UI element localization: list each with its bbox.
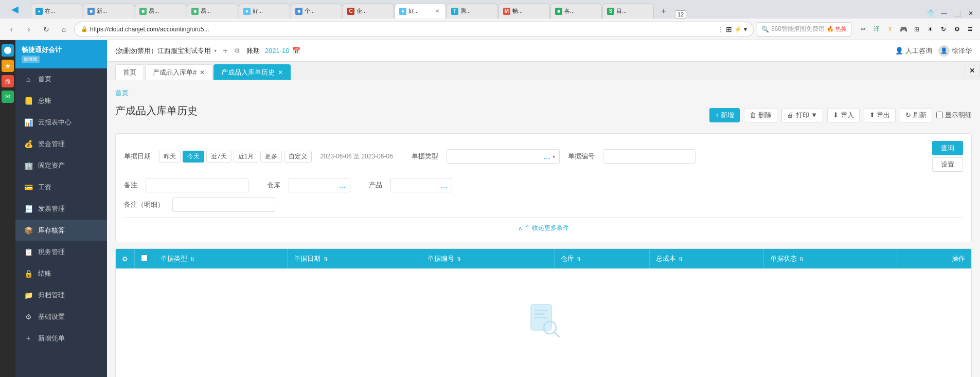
refresh-ext-icon[interactable]: ↻ bbox=[938, 24, 949, 35]
tab-close-8[interactable]: ✕ bbox=[433, 7, 441, 15]
date-btn-7days[interactable]: 近7天 bbox=[206, 151, 231, 163]
col-header-warehouse[interactable]: 仓库 ⇅ bbox=[554, 249, 649, 268]
calendar-icon[interactable]: 📅 bbox=[292, 47, 300, 55]
type-filter-select[interactable]: ... ▾ bbox=[447, 149, 560, 164]
ai-consult-button[interactable]: 👤 人工咨询 bbox=[895, 46, 932, 56]
maximize-button[interactable]: ⬜ bbox=[952, 8, 963, 19]
date-btn-today[interactable]: 今天 bbox=[183, 151, 204, 163]
date-btn-1month[interactable]: 近1月 bbox=[234, 151, 259, 163]
display-detail-checkbox[interactable] bbox=[936, 112, 943, 118]
sidebar-item-invoice[interactable]: 🧾 发票管理 bbox=[15, 198, 107, 220]
col-header-date[interactable]: 单据日期 ⇅ bbox=[288, 249, 421, 268]
reload-button[interactable]: ↻ bbox=[39, 22, 54, 37]
select-all-checkbox[interactable] bbox=[141, 255, 148, 261]
sidebar-item-archive[interactable]: 📁 归档管理 bbox=[15, 284, 107, 306]
home-button[interactable]: ⌂ bbox=[57, 22, 71, 37]
sidebar-item-tax[interactable]: 📋 税务管理 bbox=[15, 241, 107, 263]
sidebar-icon-app[interactable] bbox=[2, 44, 14, 57]
tab-inactive-7[interactable]: C 企... bbox=[343, 3, 394, 19]
sidebar-item-assets[interactable]: 🏢 固定资产 bbox=[15, 155, 107, 176]
note-filter-input[interactable] bbox=[146, 178, 248, 192]
date-btn-yesterday[interactable]: 昨天 bbox=[159, 151, 181, 163]
tab-homepage[interactable]: 首页 bbox=[115, 64, 144, 80]
shirt-icon[interactable]: 👕 bbox=[925, 8, 936, 19]
url-bar[interactable]: 🔒 https://cloud.chanjet.com/accounting/u… bbox=[74, 22, 754, 37]
user-profile[interactable]: 👤 徐泽华 bbox=[938, 45, 972, 57]
url-apps-icon[interactable]: ⊞ bbox=[726, 25, 732, 33]
order-filter-input[interactable] bbox=[603, 149, 696, 164]
tab-inactive-6[interactable]: ■ 个... bbox=[291, 3, 342, 19]
forward-button[interactable]: › bbox=[22, 22, 36, 37]
export-button[interactable]: ⬆ 导出 bbox=[864, 108, 896, 122]
tab-inactive-3[interactable]: ■ 易... bbox=[135, 3, 186, 19]
sidebar-item-settings[interactable]: ⚙ 基础设置 bbox=[15, 306, 107, 328]
sidebar-icon-weibo[interactable]: 微 bbox=[2, 75, 14, 87]
sidebar-item-payroll[interactable]: 💳 工资 bbox=[15, 176, 107, 198]
sidebar-item-ledger[interactable]: 📒 总账 bbox=[15, 90, 107, 112]
browser-back-icon[interactable]: ◀ bbox=[10, 4, 20, 14]
panel-close-button[interactable]: ✕ bbox=[965, 64, 980, 77]
url-menu-icon[interactable]: ⋮ bbox=[718, 26, 724, 33]
col-header-settings[interactable]: ⚙ bbox=[116, 249, 135, 268]
add-button[interactable]: + 新增 bbox=[709, 108, 740, 122]
col-header-number[interactable]: 单据编号 ⇅ bbox=[421, 249, 554, 268]
theme-icon[interactable]: ☀ bbox=[924, 24, 936, 35]
sidebar-icon-email[interactable]: ✉ bbox=[2, 91, 14, 103]
tab-inactive-4[interactable]: ■ 易... bbox=[187, 3, 238, 19]
sidebar-item-inventory[interactable]: 📦 库存核算 bbox=[15, 220, 107, 241]
url-lightning-icon[interactable]: ⚡ bbox=[734, 26, 742, 33]
scissors-icon[interactable]: ✂ bbox=[858, 24, 869, 35]
company-settings-button[interactable]: ⚙ bbox=[234, 47, 240, 55]
print-button[interactable]: 🖨 打印 ▼ bbox=[781, 108, 823, 122]
url-dropdown-icon[interactable]: ▾ bbox=[744, 26, 747, 33]
tab-product-history-close[interactable]: ✕ bbox=[278, 69, 283, 76]
close-window-button[interactable]: ✕ bbox=[966, 8, 976, 19]
gamepad-icon[interactable]: 🎮 bbox=[898, 24, 909, 35]
tab-product-receipt[interactable]: 产成品入库单# ✕ bbox=[145, 64, 212, 80]
new-tab-button[interactable]: + bbox=[656, 4, 671, 19]
col-header-type[interactable]: 单据类型 ⇅ bbox=[154, 249, 288, 268]
search-bar[interactable]: 🔍 360智能抠图免费用 🔥 热搜 bbox=[757, 22, 851, 37]
yuan-icon[interactable]: ¥ bbox=[884, 24, 896, 35]
tab-inactive-5[interactable]: ● 好... bbox=[239, 3, 290, 19]
minimize-button[interactable]: — bbox=[939, 8, 949, 19]
date-btn-custom[interactable]: 自定义 bbox=[284, 151, 312, 163]
tab-product-receipt-history[interactable]: 产成品入库单历史 ✕ bbox=[213, 64, 291, 80]
settings-button[interactable]: 设置 bbox=[932, 157, 963, 172]
col-header-total-cost[interactable]: 总成本 ⇅ bbox=[649, 249, 763, 268]
sidebar-icon-star[interactable]: ★ bbox=[2, 60, 14, 72]
sidebar-item-new-voucher[interactable]: ＋ 新增凭单 bbox=[15, 328, 107, 349]
tab-active-8[interactable]: ● 好... ✕ bbox=[395, 3, 446, 19]
sidebar-item-close[interactable]: 🔒 结账 bbox=[15, 263, 107, 284]
tab-inactive-9[interactable]: T 腾... bbox=[447, 3, 498, 19]
grid-icon[interactable]: ⊞ bbox=[911, 24, 922, 35]
back-button[interactable]: ‹ bbox=[4, 22, 19, 37]
date-btn-more[interactable]: 更多 bbox=[260, 151, 282, 163]
product-filter-select[interactable]: ... bbox=[390, 178, 452, 192]
tab-inactive-2[interactable]: ■ 新... bbox=[83, 3, 134, 19]
col-header-checkbox[interactable] bbox=[135, 249, 154, 268]
col-header-status[interactable]: 单据状态 ⇅ bbox=[763, 249, 897, 268]
company-selector[interactable]: (勿删勿禁用）江西服宝测试专用 ▾ bbox=[115, 46, 217, 56]
settings-ext-icon[interactable]: ⚙ bbox=[951, 24, 963, 35]
delete-button[interactable]: 🗑 删除 bbox=[744, 108, 777, 122]
tab-inactive-11[interactable]: ■ 各... bbox=[550, 3, 602, 19]
translate-icon[interactable]: 译 bbox=[871, 24, 882, 35]
menu-ext-icon[interactable]: ≡ bbox=[965, 24, 976, 35]
import-button[interactable]: ⬇ 导入 bbox=[827, 108, 860, 122]
tab-in-active-1[interactable]: ● 在... bbox=[31, 3, 82, 19]
tab-inactive-10[interactable]: M 畅... bbox=[498, 3, 550, 19]
sidebar-item-home[interactable]: ⌂ 首页 bbox=[15, 68, 107, 90]
breadcrumb-home[interactable]: 首页 bbox=[115, 88, 129, 98]
sidebar-item-finance[interactable]: 💰 资金管理 bbox=[15, 133, 107, 155]
tab-count[interactable]: 12 bbox=[675, 10, 686, 19]
warehouse-filter-select[interactable]: ... bbox=[289, 178, 350, 192]
collapse-button[interactable]: ∧ ⌃ 收起更多条件 bbox=[124, 222, 963, 235]
detail-note-input[interactable] bbox=[172, 198, 275, 212]
display-detail-toggle[interactable]: 显示明细 bbox=[936, 111, 972, 120]
add-company-button[interactable]: + bbox=[223, 46, 227, 56]
sidebar-item-reports[interactable]: 📊 云报表中心 bbox=[15, 112, 107, 133]
refresh-button[interactable]: ↻ 刷新 bbox=[900, 108, 932, 122]
tab-inactive-12[interactable]: S 目... bbox=[602, 3, 654, 19]
tab-product-receipt-close[interactable]: ✕ bbox=[200, 69, 205, 76]
